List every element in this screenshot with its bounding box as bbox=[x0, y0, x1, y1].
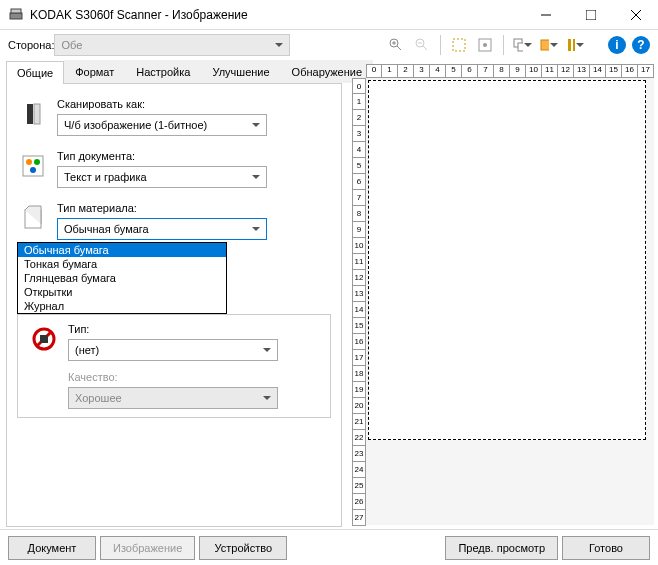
chevron-down-icon bbox=[263, 348, 271, 352]
quality-label: Качество: bbox=[68, 371, 320, 383]
material-label: Тип материала: bbox=[57, 202, 331, 214]
svg-rect-19 bbox=[568, 39, 571, 51]
done-button[interactable]: Готово bbox=[562, 536, 650, 560]
svg-rect-1 bbox=[11, 9, 21, 13]
material-icon bbox=[17, 202, 49, 234]
svg-point-26 bbox=[30, 167, 36, 173]
preview-pane: 01234567891011121314151617 0123456789101… bbox=[348, 60, 658, 529]
side-label: Сторона: bbox=[8, 39, 54, 51]
ruler-top: 01234567891011121314151617 bbox=[366, 64, 654, 78]
zoom-out-icon[interactable] bbox=[412, 35, 432, 55]
chevron-down-icon bbox=[252, 123, 260, 127]
preview-button[interactable]: Предв. просмотр bbox=[445, 536, 558, 560]
dropdown-option[interactable]: Тонкая бумага bbox=[18, 257, 226, 271]
side-select[interactable]: Обе bbox=[54, 34, 290, 56]
svg-line-7 bbox=[397, 46, 401, 50]
maximize-button[interactable] bbox=[568, 0, 613, 29]
titlebar: KODAK S3060f Scanner - Изображение bbox=[0, 0, 658, 30]
bottom-bar: Документ Изображение Устройство Предв. п… bbox=[0, 529, 658, 565]
svg-rect-17 bbox=[518, 43, 523, 51]
image-button: Изображение bbox=[100, 536, 195, 560]
chevron-down-icon bbox=[263, 396, 271, 400]
tool-c-icon[interactable] bbox=[512, 35, 532, 55]
tool-d-icon[interactable] bbox=[538, 35, 558, 55]
zoom-in-icon[interactable] bbox=[386, 35, 406, 55]
tabs: Общие Формат Настройка Улучшение Обнаруж… bbox=[6, 60, 342, 84]
svg-point-24 bbox=[26, 159, 32, 165]
tab-format[interactable]: Формат bbox=[64, 60, 125, 83]
tool-e-icon[interactable] bbox=[564, 35, 584, 55]
no-compress-icon bbox=[28, 323, 60, 355]
material-combo[interactable]: Обычная бумага bbox=[57, 218, 267, 240]
dropdown-option[interactable]: Открытки bbox=[18, 285, 226, 299]
close-button[interactable] bbox=[613, 0, 658, 29]
tab-enhance[interactable]: Улучшение bbox=[201, 60, 280, 83]
svg-rect-0 bbox=[10, 13, 22, 19]
svg-rect-21 bbox=[27, 104, 33, 124]
scan-as-icon bbox=[17, 98, 49, 130]
document-button[interactable]: Документ bbox=[8, 536, 96, 560]
svg-rect-39 bbox=[40, 335, 48, 343]
svg-point-15 bbox=[483, 43, 487, 47]
doc-type-label: Тип документа: bbox=[57, 150, 331, 162]
quality-combo: Хорошее bbox=[68, 387, 278, 409]
scan-as-combo[interactable]: Ч/б изображение (1-битное) bbox=[57, 114, 267, 136]
tab-general[interactable]: Общие bbox=[6, 61, 64, 84]
info-icon[interactable]: i bbox=[608, 36, 626, 54]
chevron-down-icon bbox=[275, 43, 283, 47]
chevron-down-icon bbox=[252, 227, 260, 231]
comp-type-label: Тип: bbox=[68, 323, 320, 335]
top-row: Сторона: Обе i ? bbox=[0, 30, 658, 60]
svg-line-11 bbox=[423, 46, 427, 50]
material-dropdown: Обычная бумага Тонкая бумага Глянцевая б… bbox=[17, 242, 227, 314]
doc-type-combo[interactable]: Текст и графика bbox=[57, 166, 267, 188]
svg-rect-22 bbox=[34, 104, 40, 124]
dropdown-option[interactable]: Журнал bbox=[18, 299, 226, 313]
comp-type-combo[interactable]: (нет) bbox=[68, 339, 278, 361]
tab-adjust[interactable]: Настройка bbox=[125, 60, 201, 83]
preview-area[interactable] bbox=[366, 78, 654, 525]
chevron-down-icon bbox=[252, 175, 260, 179]
scan-as-label: Сканировать как: bbox=[57, 98, 331, 110]
dropdown-option[interactable]: Обычная бумага bbox=[18, 243, 226, 257]
window-title: KODAK S3060f Scanner - Изображение bbox=[30, 8, 523, 22]
svg-rect-20 bbox=[573, 39, 575, 51]
help-icon[interactable]: ? bbox=[632, 36, 650, 54]
tab-body: Сканировать как: Ч/б изображение (1-битн… bbox=[6, 84, 342, 527]
svg-point-25 bbox=[34, 159, 40, 165]
device-button[interactable]: Устройство bbox=[199, 536, 287, 560]
svg-rect-18 bbox=[541, 40, 549, 50]
svg-rect-13 bbox=[453, 39, 465, 51]
ruler-left: 0123456789101112131415161718192021222324… bbox=[352, 78, 366, 526]
preview-selection[interactable] bbox=[368, 80, 646, 440]
tool-a-icon[interactable] bbox=[449, 35, 469, 55]
compression-box: Тип: (нет) Качество: Хорошее bbox=[17, 314, 331, 418]
doc-type-icon bbox=[17, 150, 49, 182]
svg-rect-3 bbox=[586, 10, 596, 20]
dropdown-option[interactable]: Глянцевая бумага bbox=[18, 271, 226, 285]
tool-b-icon[interactable] bbox=[475, 35, 495, 55]
toolbar: i ? bbox=[386, 35, 650, 55]
minimize-button[interactable] bbox=[523, 0, 568, 29]
scanner-icon bbox=[8, 7, 24, 23]
